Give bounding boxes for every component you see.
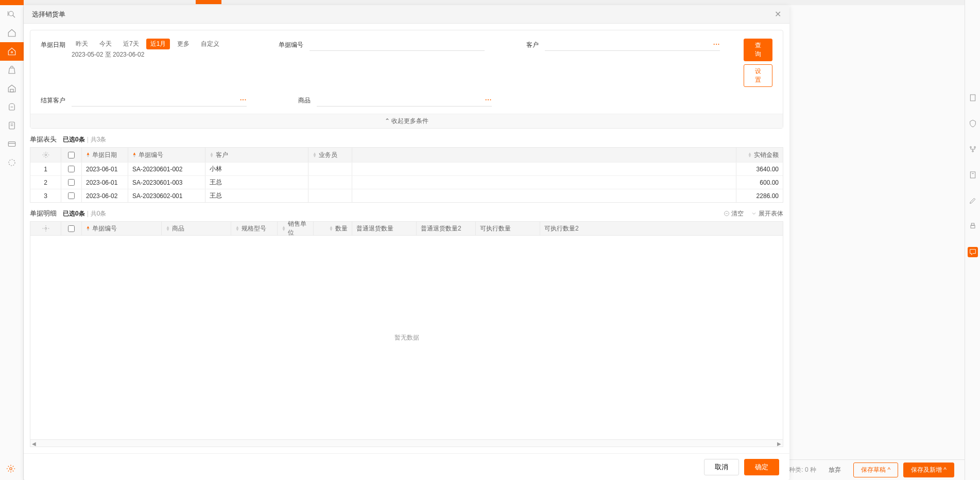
filter-panel: 单据日期 昨天 今天 近7天 近1月 更多 自定义 2023-05-02 至 2… <box>30 30 783 129</box>
row-date: 2023-06-01 <box>82 176 128 189</box>
confirm-button[interactable]: 确定 <box>744 459 779 475</box>
customer-input[interactable] <box>545 39 720 51</box>
row-date: 2023-06-02 <box>82 189 128 202</box>
date-pill-1month[interactable]: 近1月 <box>146 39 170 49</box>
table-row[interactable]: 12023-06-01SA-20230601-002小林3640.00 <box>30 162 783 175</box>
modal-header: 选择销货单 ✕ <box>24 5 789 24</box>
customer-label: 客户 <box>516 39 545 51</box>
row-amount: 3640.00 <box>736 163 783 175</box>
customer-more-icon[interactable]: ··· <box>713 41 720 48</box>
detail-select-all[interactable] <box>61 222 82 235</box>
product-label: 商品 <box>288 94 317 106</box>
settle-customer-more-icon[interactable]: ··· <box>240 96 247 103</box>
row-docno: SA-20230601-003 <box>128 176 205 189</box>
date-pill-today[interactable]: 今天 <box>95 39 116 49</box>
empty-state: 暂无数据 <box>30 236 783 440</box>
row-salesperson <box>308 176 352 189</box>
product-input[interactable] <box>317 94 492 106</box>
row-salesperson <box>308 163 352 175</box>
product-more-icon[interactable]: ··· <box>485 96 492 103</box>
dth-retqty[interactable]: 普通退货数量 <box>352 222 417 235</box>
th-amount[interactable]: ▲▼实销金额 <box>736 148 783 162</box>
horizontal-scrollbar[interactable]: ◀ ▶ <box>30 440 783 447</box>
row-amount: 2286.00 <box>736 189 783 202</box>
detail-table: ▲▼单据编号 ▲▼商品 ▲▼规格型号 ▲▼销售单位 ▲▼数量 普通退货数量 普通… <box>30 221 783 447</box>
select-all-checkbox[interactable] <box>61 148 82 162</box>
gear-icon[interactable] <box>30 148 61 162</box>
docno-input[interactable] <box>310 39 485 51</box>
row-customer: 小林 <box>205 163 308 175</box>
row-checkbox[interactable] <box>61 163 82 175</box>
cancel-button[interactable]: 取消 <box>704 459 739 475</box>
close-icon[interactable]: ✕ <box>775 9 781 19</box>
th-docno[interactable]: ▲▼单据编号 <box>128 148 205 162</box>
row-index: 1 <box>30 163 61 175</box>
row-salesperson <box>308 189 352 202</box>
expand-button[interactable]: 展开表体 <box>751 209 783 218</box>
dth-execqty2[interactable]: 可执行数量2 <box>540 222 783 235</box>
th-date[interactable]: ▲▼单据日期 <box>82 148 128 162</box>
table-row[interactable]: 32023-06-02SA-20230602-001王总2286.00 <box>30 189 783 202</box>
dth-retqty2[interactable]: 普通退货数量2 <box>417 222 476 235</box>
setup-button[interactable]: 设置 <box>744 64 772 87</box>
clear-button[interactable]: 清空 <box>724 209 744 218</box>
dth-spec[interactable]: ▲▼规格型号 <box>231 222 278 235</box>
row-index: 2 <box>30 176 61 189</box>
header-section-title: 单据表头 <box>30 135 57 144</box>
select-sales-order-modal: 选择销货单 ✕ 单据日期 昨天 今天 近7天 近1月 更多 <box>24 5 789 480</box>
detail-section-count: 已选0条|共0条 <box>63 209 107 218</box>
dth-unit[interactable]: ▲▼销售单位 <box>278 222 314 235</box>
th-spacer <box>352 148 736 162</box>
svg-point-28 <box>45 154 47 156</box>
modal-footer: 取消 确定 <box>24 453 789 480</box>
dth-execqty[interactable]: 可执行数量 <box>476 222 540 235</box>
date-pill-more[interactable]: 更多 <box>173 39 194 49</box>
date-pill-yesterday[interactable]: 昨天 <box>72 39 92 49</box>
collapse-filters[interactable]: ⌃ 收起更多条件 <box>30 114 783 128</box>
row-checkbox[interactable] <box>61 176 82 189</box>
date-range-text: 2023-05-02 至 2023-06-02 <box>72 50 258 59</box>
settle-customer-label: 结算客户 <box>41 94 72 106</box>
row-docno: SA-20230601-002 <box>128 163 205 175</box>
table-row[interactable]: 22023-06-01SA-20230601-003王总600.00 <box>30 175 783 189</box>
header-table: ▲▼单据日期 ▲▼单据编号 ▲▼客户 ▲▼业务员 ▲▼实销金额 12023-06… <box>30 147 783 203</box>
detail-gear-icon[interactable] <box>30 222 61 235</box>
detail-section-title: 单据明细 <box>30 209 57 218</box>
row-index: 3 <box>30 189 61 202</box>
row-customer: 王总 <box>205 189 308 202</box>
scroll-left-icon[interactable]: ◀ <box>30 440 38 447</box>
date-pill-7days[interactable]: 近7天 <box>119 39 143 49</box>
dth-product[interactable]: ▲▼商品 <box>162 222 231 235</box>
docno-label: 单据编号 <box>279 39 310 51</box>
svg-point-31 <box>45 227 47 229</box>
th-customer[interactable]: ▲▼客户 <box>205 148 308 162</box>
dth-docno[interactable]: ▲▼单据编号 <box>82 222 162 235</box>
header-section-count: 已选0条|共3条 <box>63 135 107 144</box>
scroll-right-icon[interactable]: ▶ <box>776 440 783 447</box>
row-docno: SA-20230602-001 <box>128 189 205 202</box>
row-checkbox[interactable] <box>61 189 82 202</box>
modal-title: 选择销货单 <box>32 10 65 19</box>
row-customer: 王总 <box>205 176 308 189</box>
query-button[interactable]: 查询 <box>744 39 772 61</box>
date-pill-custom[interactable]: 自定义 <box>197 39 223 49</box>
row-date: 2023-06-01 <box>82 163 128 175</box>
dth-qty[interactable]: ▲▼数量 <box>314 222 352 235</box>
th-salesperson[interactable]: ▲▼业务员 <box>308 148 352 162</box>
settle-customer-input[interactable] <box>72 94 247 106</box>
date-label: 单据日期 <box>41 39 72 51</box>
row-amount: 600.00 <box>736 176 783 189</box>
